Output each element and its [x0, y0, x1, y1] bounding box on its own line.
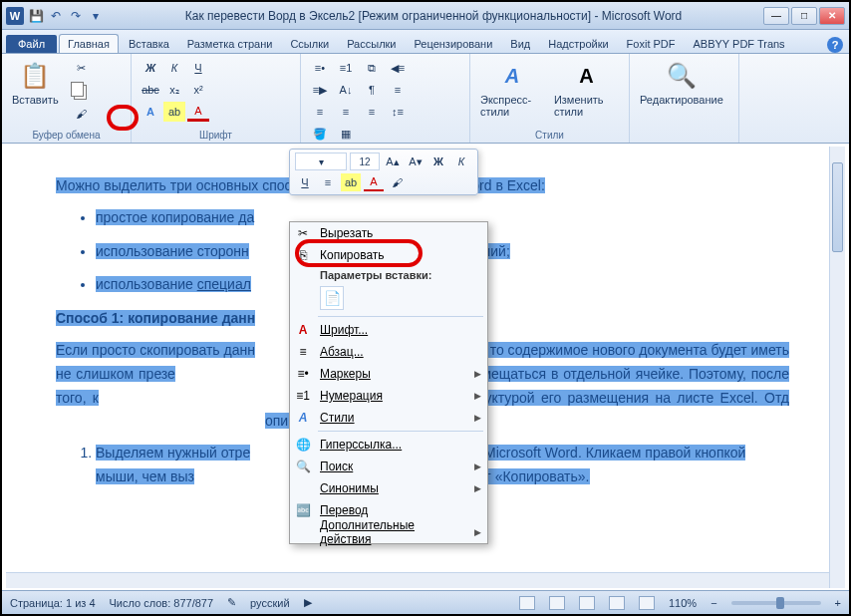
- editing-button[interactable]: 🔍 Редактирование: [638, 58, 725, 108]
- bold-button[interactable]: Ж: [140, 58, 161, 78]
- context-paste-header: Параметры вставки:: [290, 266, 487, 284]
- mini-italic-button[interactable]: К: [451, 153, 471, 170]
- numbering-button[interactable]: ≡1: [335, 58, 357, 78]
- status-spellcheck-icon[interactable]: ✎: [227, 596, 236, 609]
- justify-button[interactable]: ≡: [361, 102, 383, 122]
- mini-font-size[interactable]: 12: [350, 153, 380, 170]
- tab-review[interactable]: Рецензировани: [407, 35, 501, 53]
- save-icon[interactable]: 💾: [28, 8, 44, 24]
- redo-icon[interactable]: ↷: [68, 8, 84, 24]
- cut-icon[interactable]: ✂: [71, 58, 93, 78]
- qat-more-icon[interactable]: ▾: [88, 8, 104, 24]
- hyperlink-icon: 🌐: [294, 436, 312, 454]
- paste-button[interactable]: 📋 Вставить: [10, 58, 61, 108]
- group-clipboard-label: Буфер обмена: [2, 130, 131, 141]
- increase-indent-button[interactable]: ≡▶: [309, 80, 331, 100]
- strikethrough-button[interactable]: abc: [140, 80, 161, 100]
- tab-view[interactable]: Вид: [502, 35, 538, 53]
- context-font[interactable]: A Шрифт...: [290, 319, 487, 341]
- view-web-icon[interactable]: [579, 596, 595, 610]
- scrollbar-thumb[interactable]: [832, 162, 843, 252]
- zoom-level[interactable]: 110%: [669, 597, 697, 609]
- zoom-out-button[interactable]: −: [710, 597, 716, 609]
- align-right-button[interactable]: ≡: [335, 102, 357, 122]
- tab-foxit[interactable]: Foxit PDF: [619, 35, 684, 53]
- align-center-button[interactable]: ≡: [309, 102, 331, 122]
- chevron-right-icon: ▶: [474, 391, 481, 401]
- subscript-button[interactable]: x₂: [163, 80, 185, 100]
- mini-shrink-font-icon[interactable]: A▾: [406, 153, 426, 170]
- bullets-button[interactable]: ≡•: [309, 58, 331, 78]
- context-bullets[interactable]: ≡• Маркеры ▶: [290, 363, 487, 385]
- tab-references[interactable]: Ссылки: [282, 35, 337, 53]
- undo-icon[interactable]: ↶: [48, 8, 64, 24]
- mini-format-painter-icon[interactable]: 🖌: [387, 173, 407, 191]
- doc-o1a: Выделяем нужный отре: [96, 445, 250, 461]
- help-icon[interactable]: ?: [827, 37, 843, 53]
- shading-button[interactable]: 🪣: [309, 124, 331, 144]
- status-macro-icon[interactable]: ▶: [304, 596, 312, 609]
- tab-abbyy[interactable]: ABBYY PDF Trans: [686, 35, 793, 53]
- status-language[interactable]: русский: [250, 597, 289, 609]
- doc-bullet-3-link[interactable]: специал: [197, 276, 251, 292]
- horizontal-scrollbar[interactable]: [6, 572, 829, 588]
- paste-option-keep-source[interactable]: 📄: [320, 286, 344, 310]
- mini-font-color-button[interactable]: A: [364, 173, 384, 191]
- context-cut[interactable]: ✂ Вырезать: [290, 222, 487, 244]
- context-numbering[interactable]: ≡1 Нумерация ▶: [290, 385, 487, 407]
- text-effects-button[interactable]: A: [140, 102, 161, 122]
- status-words[interactable]: Число слов: 877/877: [110, 597, 214, 609]
- context-copy[interactable]: ⎘ Копировать: [290, 244, 487, 266]
- tab-home[interactable]: Главная: [59, 34, 119, 53]
- font-color-button[interactable]: A: [187, 102, 209, 122]
- show-marks-button[interactable]: ¶: [361, 80, 383, 100]
- change-styles-button[interactable]: A Изменить стили: [552, 58, 621, 120]
- context-paragraph[interactable]: ≡ Абзац...: [290, 341, 487, 363]
- line-spacing-button[interactable]: ↕≡: [387, 102, 409, 122]
- tab-file[interactable]: Файл: [6, 35, 57, 53]
- decrease-indent-button[interactable]: ◀≡: [387, 58, 409, 78]
- tab-insert[interactable]: Вставка: [121, 35, 177, 53]
- status-page[interactable]: Страница: 1 из 4: [10, 597, 96, 609]
- zoom-in-button[interactable]: +: [835, 597, 841, 609]
- maximize-button[interactable]: □: [791, 7, 817, 25]
- format-painter-icon[interactable]: 🖌: [71, 104, 93, 124]
- context-styles[interactable]: A Стили ▶: [290, 407, 487, 429]
- doc-bullet-1: простое копирование да: [96, 209, 254, 225]
- context-synonyms[interactable]: Синонимы ▶: [290, 477, 487, 499]
- view-fullscreen-icon[interactable]: [549, 596, 565, 610]
- underline-button[interactable]: Ч: [187, 58, 209, 78]
- quick-styles-button[interactable]: A Экспресс-стили: [478, 58, 546, 120]
- tab-layout[interactable]: Разметка страни: [179, 35, 281, 53]
- close-button[interactable]: ✕: [819, 7, 845, 25]
- context-hyperlink[interactable]: 🌐 Гиперссылка...: [290, 434, 487, 456]
- context-search[interactable]: 🔍 Поиск ▶: [290, 456, 487, 477]
- mini-bold-button[interactable]: Ж: [428, 153, 448, 170]
- group-styles-label: Стили: [470, 130, 629, 141]
- context-additional[interactable]: Дополнительные действия ▶: [290, 521, 487, 543]
- vertical-scrollbar[interactable]: [829, 147, 845, 588]
- find-icon: 🔍: [666, 60, 698, 92]
- superscript-button[interactable]: x²: [187, 80, 209, 100]
- mini-underline-button[interactable]: Ч: [295, 173, 315, 191]
- ribbon: 📋 Вставить ✂ 🖌 Буфер обмена Ж К Ч abc x₂…: [2, 54, 849, 144]
- italic-button[interactable]: К: [163, 58, 185, 78]
- mini-grow-font-icon[interactable]: A▴: [383, 153, 403, 170]
- mini-font-name[interactable]: ▾: [295, 153, 347, 170]
- tab-mailings[interactable]: Рассылки: [339, 35, 404, 53]
- tab-addins[interactable]: Надстройки: [540, 35, 616, 53]
- sort-button[interactable]: A↓: [335, 80, 357, 100]
- copy-icon[interactable]: [71, 82, 91, 100]
- zoom-slider[interactable]: [731, 601, 821, 605]
- view-draft-icon[interactable]: [639, 596, 655, 610]
- view-print-layout-icon[interactable]: [519, 596, 535, 610]
- minimize-button[interactable]: —: [763, 7, 789, 25]
- view-outline-icon[interactable]: [609, 596, 625, 610]
- mini-align-center-button[interactable]: ≡: [318, 173, 338, 191]
- mini-highlight-button[interactable]: ab: [341, 173, 361, 191]
- align-left-button[interactable]: ≡: [387, 80, 409, 100]
- highlight-button[interactable]: ab: [163, 102, 185, 122]
- borders-button[interactable]: ▦: [335, 124, 357, 144]
- multilevel-button[interactable]: ⧉: [361, 58, 383, 78]
- translate-icon: 🔤: [294, 501, 312, 519]
